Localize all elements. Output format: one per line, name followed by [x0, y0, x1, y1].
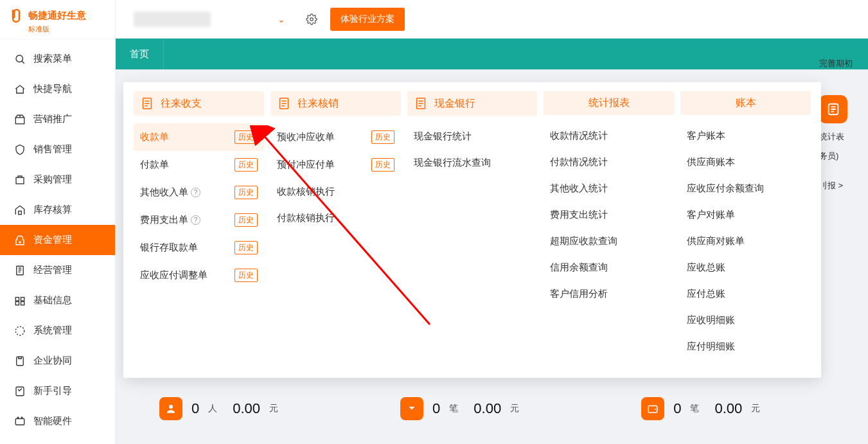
mega-item[interactable]: 付款情况统计: [544, 149, 674, 175]
svg-rect-12: [17, 357, 24, 366]
sidebar: 畅捷通好生意 标准版 搜索菜单快捷导航营销推广销售管理采购管理库存核算资金管理经…: [0, 0, 116, 444]
mega-item[interactable]: 预收冲应收单历史: [270, 123, 401, 151]
sidebar-item-label: 搜索菜单: [33, 53, 72, 65]
nav-icon: [14, 174, 26, 186]
mega-item[interactable]: 应收应付余额查询: [680, 175, 811, 202]
mega-item[interactable]: 信用余额查询: [544, 254, 674, 281]
mega-item[interactable]: 应收总账: [680, 254, 811, 281]
org-select[interactable]: ⌄: [126, 8, 293, 31]
mega-column-header: 现金银行: [407, 91, 538, 116]
sidebar-item-0[interactable]: 搜索菜单: [0, 44, 115, 74]
settings-button[interactable]: [302, 10, 321, 29]
history-badge[interactable]: 历史: [235, 130, 258, 144]
history-badge[interactable]: 历史: [371, 158, 394, 172]
stat-c-amount-unit: 元: [751, 403, 760, 414]
mega-column-0: 往来收支收款单历史付款单历史其他收入单?历史费用支出单?历史银行存取款单历史应收…: [134, 91, 264, 360]
stat-a-count: 0: [191, 400, 199, 417]
sidebar-item-label: 库存核算: [33, 204, 72, 216]
mega-item-label: 付款情况统计: [550, 156, 608, 168]
nav-icon: [14, 265, 26, 276]
mega-item[interactable]: 应付明细账: [680, 333, 811, 360]
mega-item[interactable]: 现金银行流水查询: [407, 150, 538, 176]
sidebar-item-8[interactable]: 基础信息: [0, 285, 115, 315]
svg-point-17: [310, 17, 314, 21]
mega-item-label: 应收应付调整单: [140, 269, 208, 281]
sidebar-item-label: 销售管理: [33, 143, 72, 155]
nav-icon: [14, 235, 26, 246]
history-badge[interactable]: 历史: [235, 158, 258, 172]
sidebar-item-label: 企业协同: [33, 355, 72, 367]
mega-item-label: 应收明细账: [687, 314, 735, 326]
stat-b-count-unit: 笔: [449, 403, 458, 414]
peek-link-salesman[interactable]: 务员): [819, 150, 858, 162]
history-badge[interactable]: 历史: [235, 186, 258, 199]
mega-item-label: 应付明细账: [687, 341, 735, 353]
peek-link-stats[interactable]: 统计表: [819, 131, 858, 143]
mega-item-label: 客户对账单: [687, 209, 735, 221]
mega-item[interactable]: 客户账本: [680, 123, 811, 149]
mega-item[interactable]: 费用支出统计: [544, 202, 674, 228]
svg-rect-10: [21, 301, 24, 305]
mega-column-title: 往来核销: [297, 97, 339, 111]
nav-icon: [14, 204, 26, 216]
sidebar-item-1[interactable]: 快捷导航: [0, 74, 115, 104]
history-badge[interactable]: 历史: [235, 213, 258, 227]
mega-item[interactable]: 客户对账单: [680, 202, 811, 228]
sidebar-item-11[interactable]: 新手引导: [0, 376, 115, 406]
gear-icon: [306, 13, 317, 25]
mega-item[interactable]: 供应商账本: [680, 149, 811, 175]
mega-item[interactable]: 收款核销执行: [270, 179, 401, 205]
mega-item-label: 客户账本: [687, 130, 725, 142]
sidebar-item-label: 智能硬件: [33, 415, 72, 427]
sidebar-item-10[interactable]: 企业协同: [0, 346, 115, 376]
sidebar-item-label: 经营管理: [33, 264, 72, 276]
mega-item[interactable]: 费用支出单?历史: [134, 206, 264, 234]
mega-item[interactable]: 收款情况统计: [544, 123, 674, 149]
mega-item[interactable]: 应收应付调整单历史: [134, 262, 264, 289]
sidebar-item-9[interactable]: 系统管理: [0, 315, 115, 346]
history-badge[interactable]: 历史: [235, 241, 258, 254]
mega-column-2: 现金银行现金银行统计现金银行流水查询: [407, 91, 538, 360]
svg-rect-3: [16, 177, 24, 184]
stat-row: 0人 0.00元 0笔 0.00元 0笔 0.00元: [128, 386, 855, 431]
mega-item[interactable]: 供应商对账单: [680, 228, 811, 254]
sidebar-item-12[interactable]: 智能硬件: [0, 406, 115, 436]
mega-item[interactable]: 其他收入单?历史: [134, 179, 264, 206]
mega-item-label: 付款单: [140, 159, 169, 171]
peek-link-more[interactable]: 刂报 >: [819, 180, 858, 191]
mega-item[interactable]: 超期应收款查询: [544, 228, 674, 254]
scheme-button[interactable]: 体验行业方案: [330, 8, 405, 31]
mega-item[interactable]: 客户信用分析: [544, 281, 674, 307]
mega-item[interactable]: 付款单历史: [134, 151, 264, 179]
mega-item[interactable]: 其他收入统计: [544, 175, 674, 202]
stat-b-amount: 0.00: [474, 400, 501, 417]
sidebar-item-2[interactable]: 营销推广: [0, 104, 115, 134]
mega-item-label: 供应商对账单: [687, 235, 745, 247]
sidebar-item-label: 系统管理: [33, 324, 72, 337]
logo-area: 畅捷通好生意 标准版: [0, 0, 115, 40]
nav-icon: [14, 355, 26, 367]
sidebar-item-4[interactable]: 采购管理: [0, 164, 115, 195]
mega-column-title: 往来收支: [161, 97, 202, 111]
mega-item-label: 费用支出单?: [140, 214, 200, 226]
mega-item[interactable]: 收款单历史: [134, 123, 264, 151]
mega-item[interactable]: 银行存取款单历史: [134, 234, 264, 262]
mega-column-header: 统计报表: [544, 91, 674, 115]
history-badge[interactable]: 历史: [371, 130, 394, 144]
mega-item[interactable]: 应收明细账: [680, 307, 811, 333]
help-icon: ?: [191, 188, 200, 197]
tab-home[interactable]: 首页: [116, 39, 164, 69]
sidebar-item-5[interactable]: 库存核算: [0, 195, 115, 225]
mega-item[interactable]: 应付总账: [680, 281, 811, 307]
history-badge[interactable]: 历史: [235, 269, 258, 282]
mega-item[interactable]: 现金银行统计: [407, 123, 538, 150]
mega-item-label: 收款核销执行: [277, 186, 335, 198]
sidebar-item-7[interactable]: 经营管理: [0, 255, 115, 285]
stat-a-amount: 0.00: [233, 400, 260, 417]
sidebar-item-3[interactable]: 销售管理: [0, 134, 115, 164]
mega-menu: 往来收支收款单历史付款单历史其他收入单?历史费用支出单?历史银行存取款单历史应收…: [123, 82, 821, 378]
report-icon[interactable]: [819, 95, 847, 123]
mega-item[interactable]: 预付冲应付单历史: [270, 151, 401, 179]
sidebar-item-6[interactable]: 资金管理: [0, 225, 115, 255]
mega-item[interactable]: 付款核销执行: [270, 205, 401, 231]
